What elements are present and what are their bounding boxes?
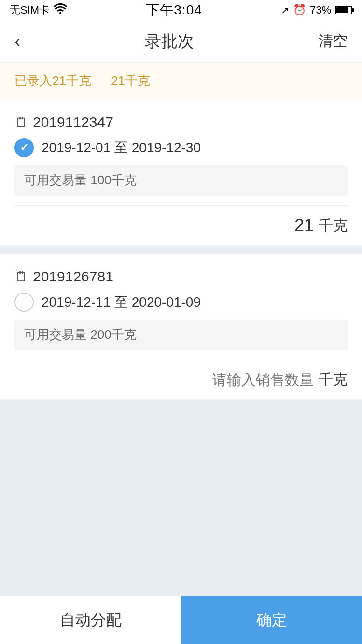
batch-date-0: 2019-12-01 至 2019-12-30: [42, 139, 201, 157]
input-row-1: 千克: [14, 360, 348, 399]
summary-banner: 已录入21千克 21千克: [0, 63, 362, 99]
summary-recorded: 已录入21千克: [14, 72, 91, 89]
batch-id-1: 2019126781: [33, 268, 113, 285]
location-icon: ↗: [281, 4, 289, 16]
back-button[interactable]: ‹: [14, 31, 20, 52]
card-date-row-1: 2019-12-11 至 2020-01-09: [14, 293, 348, 312]
status-bar: 无SIM卡 下午3:04 ↗ ⏰ 73%: [0, 0, 362, 20]
card-divider: [0, 246, 362, 254]
status-time: 下午3:04: [146, 1, 202, 19]
batch-available-0: 可用交易量 100千克: [14, 165, 348, 196]
bottom-bar: 自动分配 确定: [0, 596, 362, 644]
quantity-value-0: 21: [294, 215, 314, 236]
wifi-icon: [54, 3, 67, 17]
batch-date-1: 2019-12-11 至 2020-01-09: [42, 293, 201, 311]
card-date-row-0: 2019-12-01 至 2019-12-30: [14, 138, 348, 157]
carrier-text: 无SIM卡: [10, 3, 50, 17]
page-title: 录批次: [145, 30, 194, 53]
batch-id-0: 2019112347: [33, 114, 113, 130]
summary-total: 21千克: [111, 72, 150, 89]
nav-bar: ‹ 录批次 清空: [0, 20, 362, 63]
quantity-row-0: 21 千克: [14, 205, 348, 245]
card-header-0: 🗒 2019112347: [14, 114, 348, 130]
input-unit-1: 千克: [319, 370, 348, 390]
batch-card-0: 🗒 2019112347 2019-12-01 至 2019-12-30 可用交…: [0, 99, 362, 245]
radio-0[interactable]: [14, 138, 34, 157]
alarm-icon: ⏰: [293, 4, 306, 16]
card-header-1: 🗒 2019126781: [14, 268, 348, 285]
auto-assign-button[interactable]: 自动分配: [0, 596, 181, 644]
confirm-button[interactable]: 确定: [181, 596, 362, 644]
batch-card-1: 🗒 2019126781 2019-12-11 至 2020-01-09 可用交…: [0, 254, 362, 399]
status-right: ↗ ⏰ 73%: [281, 4, 352, 16]
batch-icon-1: 🗒: [14, 269, 28, 285]
batch-icon-0: 🗒: [14, 114, 28, 130]
summary-divider: [101, 74, 101, 88]
batch-available-1: 可用交易量 200千克: [14, 320, 348, 350]
status-left: 无SIM卡: [10, 3, 67, 17]
quantity-input-1[interactable]: [14, 372, 314, 388]
quantity-unit-0: 千克: [319, 216, 348, 236]
battery-icon: [335, 6, 352, 14]
battery-percent: 73%: [310, 4, 331, 16]
radio-1[interactable]: [14, 293, 34, 312]
clear-button[interactable]: 清空: [319, 31, 348, 51]
